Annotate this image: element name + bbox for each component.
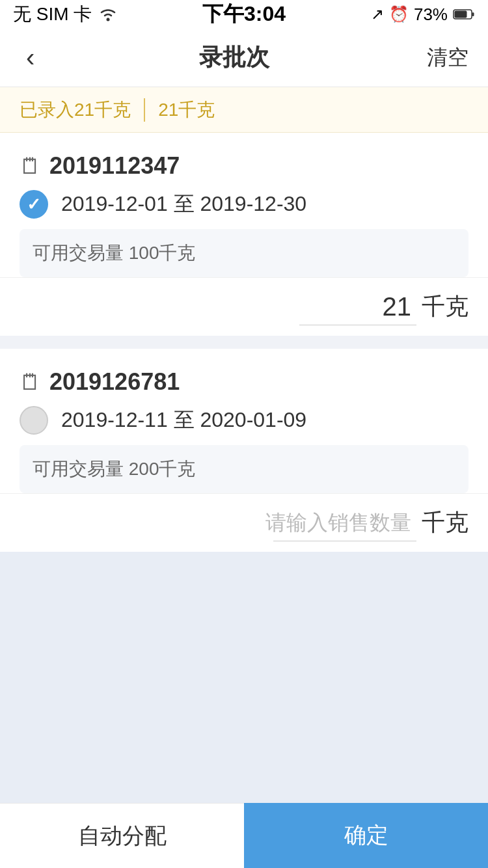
batch-1-checkbox[interactable] — [20, 190, 48, 219]
batch-2-date: 2019-12-11 至 2020-01-09 — [61, 406, 306, 435]
batch-2-date-row: 2019-12-11 至 2020-01-09 — [20, 406, 468, 435]
info-banner: 已录入21千克 21千克 — [0, 87, 488, 133]
status-right: ↗ ⏰ 73% — [371, 5, 475, 25]
auto-distribute-button[interactable]: 自动分配 — [0, 803, 244, 868]
section-divider-1 — [0, 336, 488, 349]
confirm-button[interactable]: 确定 — [244, 803, 488, 868]
batch-2-input-unit: 千克 — [422, 507, 468, 539]
batch-1-amount-unit: 千克 — [422, 291, 468, 323]
batch-2-header: 🗒 2019126781 — [20, 368, 468, 396]
alarm-icon: ⏰ — [389, 5, 409, 23]
batch-2-id: 2019126781 — [49, 368, 180, 396]
batch-2-checkbox[interactable] — [20, 406, 48, 435]
batch-2-input-placeholder[interactable]: 请输入销售数量 — [265, 509, 411, 537]
batch-1-date-row: 2019-12-01 至 2019-12-30 — [20, 190, 468, 219]
page-title: 录批次 — [199, 42, 269, 74]
bottom-action-bar: 自动分配 确定 — [0, 803, 488, 868]
nav-bar: ‹ 录批次 清空 — [0, 29, 488, 87]
recorded-amount: 已录入21千克 — [20, 98, 131, 122]
svg-point-0 — [107, 18, 110, 21]
amount-underline — [299, 325, 416, 325]
batch-card-2: 🗒 2019126781 2019-12-11 至 2020-01-09 可用交… — [0, 349, 488, 493]
banner-divider — [144, 98, 145, 122]
clear-button[interactable]: 清空 — [427, 44, 468, 72]
batch-card-1: 🗒 2019112347 2019-12-01 至 2019-12-30 可用交… — [0, 133, 488, 277]
battery-icon — [453, 8, 475, 20]
status-bar: 无 SIM 卡 下午3:04 ↗ ⏰ 73% — [0, 0, 488, 29]
batch-2-input-row[interactable]: 请输入销售数量 千克 — [0, 493, 488, 552]
batch-1-availability: 可用交易量 100千克 — [20, 229, 468, 277]
batch-1-header: 🗒 2019112347 — [20, 152, 468, 180]
status-carrier: 无 SIM 卡 — [13, 2, 118, 27]
location-icon: ↗ — [371, 5, 384, 23]
wifi-icon — [98, 7, 118, 21]
svg-rect-2 — [472, 12, 474, 16]
batch-1-id: 2019112347 — [49, 152, 180, 180]
batch-1-amount-value: 21 — [383, 292, 412, 321]
batch-2-icon: 🗒 — [20, 370, 42, 395]
total-amount: 21千克 — [158, 98, 215, 122]
status-time: 下午3:04 — [202, 0, 286, 29]
input-underline — [273, 541, 416, 541]
batch-2-availability: 可用交易量 200千克 — [20, 445, 468, 493]
battery-text: 73% — [414, 5, 448, 25]
batch-1-icon: 🗒 — [20, 154, 42, 179]
svg-rect-3 — [455, 11, 467, 18]
batch-1-date: 2019-12-01 至 2019-12-30 — [61, 190, 306, 219]
batch-1-amount-row: 21 千克 — [0, 277, 488, 336]
back-button[interactable]: ‹ — [20, 36, 41, 79]
carrier-text: 无 SIM 卡 — [13, 2, 92, 27]
